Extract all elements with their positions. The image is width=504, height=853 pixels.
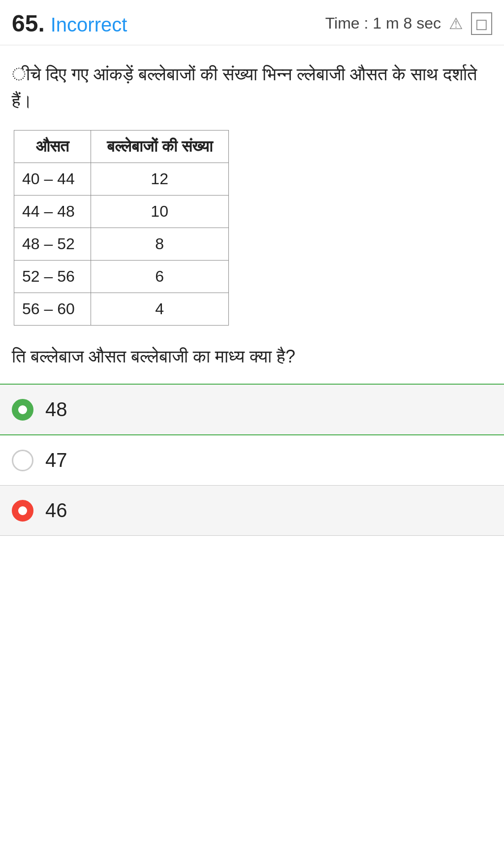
table-cell-count: 10 bbox=[91, 196, 228, 228]
table-cell-count: 12 bbox=[91, 163, 228, 196]
alert-icon[interactable]: ⚠ bbox=[449, 14, 463, 33]
table-cell-count: 6 bbox=[91, 261, 228, 293]
option-text-opt1: 48 bbox=[45, 398, 67, 421]
table-cell-count: 4 bbox=[91, 293, 228, 326]
option-item-3[interactable]: 46 bbox=[0, 486, 504, 535]
option-divider-3 bbox=[0, 535, 504, 536]
table-row: 40 – 4412 bbox=[14, 163, 229, 196]
table-row: 56 – 604 bbox=[14, 293, 229, 326]
time-label: Time : 1 m 8 sec bbox=[325, 14, 441, 33]
table-cell-count: 8 bbox=[91, 228, 228, 261]
option-item-2[interactable]: 47 bbox=[0, 435, 504, 485]
radio-opt1[interactable] bbox=[12, 399, 33, 421]
option-text-opt3: 46 bbox=[45, 499, 67, 522]
table-cell-range: 44 – 48 bbox=[14, 196, 91, 228]
header-right: Time : 1 m 8 sec ⚠ ◻ bbox=[325, 12, 492, 35]
col1-header: औसत bbox=[14, 131, 91, 163]
status-label: Incorrect bbox=[51, 14, 127, 36]
table-cell-range: 48 – 52 bbox=[14, 228, 91, 261]
table-cell-range: 52 – 56 bbox=[14, 261, 91, 293]
question-ask: ति बल्लेबाज औसत बल्लेबाजी का माध्य क्या … bbox=[12, 343, 492, 370]
question-number: 65. bbox=[12, 10, 45, 37]
bookmark-icon[interactable]: ◻ bbox=[471, 12, 492, 35]
data-table: औसत बल्लेबाजों की संख्या 40 – 441244 – 4… bbox=[14, 130, 229, 326]
radio-opt2[interactable] bbox=[12, 450, 33, 471]
col2-header: बल्लेबाजों की संख्या bbox=[91, 131, 228, 163]
table-row: 48 – 528 bbox=[14, 228, 229, 261]
table-cell-range: 56 – 60 bbox=[14, 293, 91, 326]
header-left: 65. Incorrect bbox=[12, 10, 127, 37]
radio-opt3[interactable] bbox=[12, 500, 33, 522]
question-header: 65. Incorrect Time : 1 m 8 sec ⚠ ◻ bbox=[0, 0, 504, 45]
question-body: ीचे दिए गए आंकड़ें बल्लेबाजों की संख्या … bbox=[0, 45, 504, 384]
option-text-opt2: 47 bbox=[45, 449, 67, 471]
options-container: 484746 bbox=[0, 385, 504, 536]
option-item-1[interactable]: 48 bbox=[0, 385, 504, 434]
question-intro: ीचे दिए गए आंकड़ें बल्लेबाजों की संख्या … bbox=[12, 61, 492, 114]
table-cell-range: 40 – 44 bbox=[14, 163, 91, 196]
table-row: 52 – 566 bbox=[14, 261, 229, 293]
table-row: 44 – 4810 bbox=[14, 196, 229, 228]
